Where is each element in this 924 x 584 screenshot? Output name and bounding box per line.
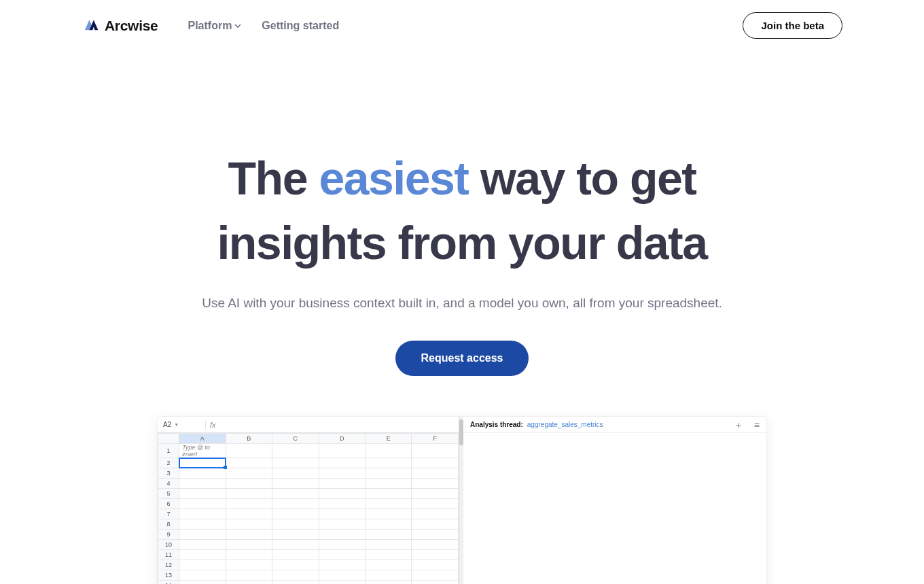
cell[interactable] <box>179 581 226 584</box>
cell[interactable] <box>272 560 319 570</box>
cell[interactable] <box>366 479 412 489</box>
cell[interactable] <box>179 560 226 570</box>
cell[interactable] <box>366 489 412 499</box>
cell[interactable] <box>272 479 319 489</box>
cell[interactable] <box>366 458 412 468</box>
nav-platform[interactable]: Platform <box>188 20 241 32</box>
cell[interactable] <box>412 530 459 540</box>
cell[interactable] <box>226 458 272 468</box>
row-header[interactable]: 9 <box>158 530 179 540</box>
cell[interactable] <box>226 519 272 530</box>
cell[interactable] <box>179 468 226 479</box>
cell[interactable] <box>179 519 226 530</box>
cell[interactable] <box>179 550 226 560</box>
row-header[interactable]: 3 <box>158 468 179 479</box>
cell[interactable] <box>226 479 272 489</box>
cell[interactable] <box>179 570 226 581</box>
cell[interactable] <box>226 570 272 581</box>
cell[interactable] <box>226 540 272 550</box>
cell[interactable] <box>366 560 412 570</box>
cell[interactable] <box>412 444 459 458</box>
cell[interactable] <box>412 479 459 489</box>
cell[interactable] <box>272 519 319 530</box>
cell[interactable] <box>412 581 459 584</box>
row-header[interactable]: 10 <box>158 540 179 550</box>
logo-link[interactable]: Arcwise <box>82 16 158 36</box>
cell[interactable] <box>366 530 412 540</box>
cell[interactable] <box>272 458 319 468</box>
cell[interactable] <box>226 444 272 458</box>
cell[interactable] <box>366 499 412 509</box>
row-header[interactable]: 6 <box>158 499 179 509</box>
cell[interactable] <box>226 530 272 540</box>
cell[interactable] <box>226 509 272 519</box>
col-header[interactable]: C <box>272 434 319 444</box>
row-header[interactable]: 4 <box>158 479 179 489</box>
cell[interactable] <box>319 550 365 560</box>
col-header[interactable]: A <box>179 434 226 444</box>
cell[interactable] <box>412 468 459 479</box>
cell[interactable] <box>412 550 459 560</box>
cell[interactable] <box>412 489 459 499</box>
cell[interactable] <box>412 458 459 468</box>
cell[interactable] <box>319 509 365 519</box>
row-header[interactable]: 13 <box>158 570 179 581</box>
fx-icon[interactable]: fx <box>205 421 216 429</box>
cell[interactable] <box>319 530 365 540</box>
cell[interactable] <box>272 581 319 584</box>
cell[interactable] <box>412 499 459 509</box>
cell[interactable] <box>226 560 272 570</box>
cell[interactable] <box>366 468 412 479</box>
cell[interactable] <box>179 509 226 519</box>
cell[interactable] <box>226 581 272 584</box>
join-beta-button[interactable]: Join the beta <box>743 12 842 39</box>
cell[interactable] <box>319 519 365 530</box>
col-header[interactable]: B <box>226 434 272 444</box>
request-access-button[interactable]: Request access <box>395 341 529 376</box>
cell[interactable] <box>319 468 365 479</box>
cell[interactable] <box>272 540 319 550</box>
cell-name-box[interactable]: A2 ▼ <box>163 421 200 428</box>
cell[interactable] <box>366 444 412 458</box>
cell[interactable] <box>366 550 412 560</box>
cell[interactable] <box>179 530 226 540</box>
cell[interactable] <box>366 581 412 584</box>
cell[interactable] <box>412 519 459 530</box>
col-header[interactable]: E <box>366 434 412 444</box>
row-header[interactable]: 8 <box>158 519 179 530</box>
cell[interactable] <box>272 509 319 519</box>
cell[interactable] <box>272 570 319 581</box>
cell[interactable] <box>226 499 272 509</box>
cell[interactable] <box>319 489 365 499</box>
cell[interactable] <box>412 509 459 519</box>
row-header[interactable]: 14 <box>158 581 179 584</box>
col-header[interactable]: D <box>319 434 365 444</box>
cell[interactable] <box>226 550 272 560</box>
cell[interactable] <box>319 444 365 458</box>
cell[interactable] <box>272 468 319 479</box>
row-header[interactable]: 7 <box>158 509 179 519</box>
cell[interactable] <box>272 444 319 458</box>
row-header[interactable]: 12 <box>158 560 179 570</box>
cell[interactable] <box>272 489 319 499</box>
cell[interactable] <box>366 519 412 530</box>
cell[interactable] <box>366 570 412 581</box>
cell[interactable] <box>412 570 459 581</box>
cell[interactable] <box>319 499 365 509</box>
cell[interactable] <box>319 581 365 584</box>
cell[interactable] <box>272 550 319 560</box>
cell[interactable] <box>179 499 226 509</box>
row-header[interactable]: 5 <box>158 489 179 499</box>
cell[interactable] <box>319 479 365 489</box>
cell[interactable] <box>319 458 365 468</box>
selected-cell[interactable] <box>179 458 226 468</box>
cell[interactable] <box>366 540 412 550</box>
cell[interactable] <box>272 499 319 509</box>
cell[interactable] <box>319 560 365 570</box>
cell[interactable] <box>226 489 272 499</box>
cell[interactable] <box>412 560 459 570</box>
cell[interactable] <box>319 570 365 581</box>
cell[interactable] <box>319 540 365 550</box>
cell-hint[interactable]: Type @ to insert <box>179 444 226 458</box>
cell[interactable] <box>366 509 412 519</box>
